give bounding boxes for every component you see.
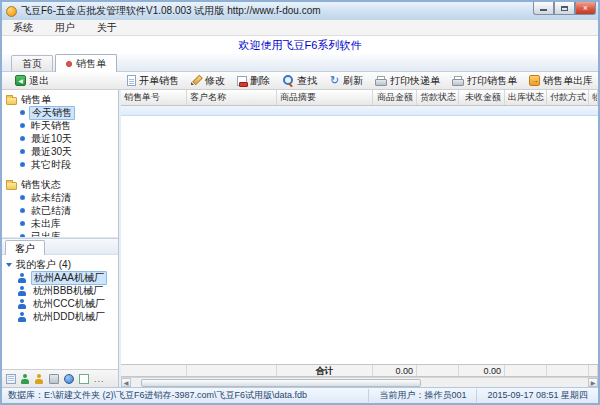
customer-root[interactable]: 我的客户 (4) xyxy=(6,258,118,271)
menu-bar: 系统 用户 关于 xyxy=(2,20,598,36)
customer-root-label: 我的客户 (4) xyxy=(16,258,71,272)
total-cell xyxy=(121,365,187,376)
print-express-button[interactable]: 打印快递单 xyxy=(369,73,446,89)
edit-customer-icon[interactable] xyxy=(35,374,44,384)
tree-item-other-period-label: 其它时段 xyxy=(29,159,73,171)
find-button[interactable]: 查找 xyxy=(276,73,323,89)
title-bar[interactable]: 飞豆F6-五金店批发管理软件V1.08.003 试用版 http://www.f… xyxy=(2,2,598,20)
tree-group-status[interactable]: 销售状态 xyxy=(6,178,118,191)
tab-customer[interactable]: 客户 xyxy=(5,240,45,255)
grid-selected-empty-row[interactable] xyxy=(121,106,598,116)
app-window: 飞豆F6-五金店批发管理软件V1.08.003 试用版 http://www.f… xyxy=(0,0,600,405)
customer-item[interactable]: 杭州CCC机械厂 xyxy=(6,297,118,310)
exit-label: 退出 xyxy=(29,74,49,88)
bullet-icon xyxy=(20,162,25,167)
new-sale-label: 开单销售 xyxy=(139,74,179,88)
customer-toolbar: ... xyxy=(2,369,118,387)
tree-item-unpaid[interactable]: 款未结清 xyxy=(6,191,118,204)
scroll-left-icon[interactable]: ◀ xyxy=(121,378,131,387)
menu-about[interactable]: 关于 xyxy=(86,20,128,36)
window-controls: × xyxy=(533,2,596,15)
new-sale-button[interactable]: 开单销售 xyxy=(121,73,185,89)
tree-item-today[interactable]: 今天销售 xyxy=(6,106,118,119)
tab-strip: 首页 销售单 xyxy=(2,54,598,72)
export-customer-icon[interactable] xyxy=(79,374,89,384)
refresh-button[interactable]: ↻ 刷新 xyxy=(323,73,369,89)
customer-icon xyxy=(18,312,27,322)
menu-system[interactable]: 系统 xyxy=(2,20,44,36)
customer-icon xyxy=(18,299,27,309)
customer-icon xyxy=(18,286,27,296)
close-button[interactable]: × xyxy=(575,2,596,15)
tree-item-today-label: 今天销售 xyxy=(29,106,75,120)
exit-button[interactable]: ◀ 退出 xyxy=(9,73,55,89)
stock-out-button[interactable]: → 销售单出库 xyxy=(523,73,599,89)
status-filter-group: 销售状态 款未结清 款已结清 未出库 xyxy=(6,178,118,238)
tree-item-last30days-label: 最近30天 xyxy=(29,146,74,158)
bullet-icon xyxy=(20,149,25,154)
tree-item-yesterday-label: 昨天销售 xyxy=(29,120,73,132)
new-sale-icon xyxy=(127,75,136,86)
customer-item-label: 杭州AAA机械厂 xyxy=(31,271,107,285)
sales-grid: 销售单号 客户名称 商品摘要 商品金额 货款状态 未收金额 出库状态 付款方式 … xyxy=(119,90,598,387)
tree-expand-icon[interactable] xyxy=(6,263,12,267)
column-header-payment-status[interactable]: 货款状态 xyxy=(417,90,459,105)
column-header-customer[interactable]: 客户名称 xyxy=(187,90,277,105)
grid-body[interactable] xyxy=(121,116,598,364)
bullet-icon xyxy=(20,123,25,128)
tab-sales[interactable]: 销售单 xyxy=(55,54,117,72)
column-header-amount[interactable]: 商品金额 xyxy=(373,90,417,105)
refresh-icon: ↻ xyxy=(329,75,340,86)
status-database-path: 数据库：E:\新建文件夹 (2)\飞豆F6进销存-3987.com\飞豆F6试用… xyxy=(2,389,369,402)
scroll-right-icon[interactable]: ▶ xyxy=(588,378,598,387)
column-header-summary[interactable]: 商品摘要 xyxy=(277,90,373,105)
scrollbar-thumb[interactable] xyxy=(141,379,421,387)
column-header-pay-method[interactable]: 付款方式 xyxy=(547,90,589,105)
delete-button[interactable]: 删除 xyxy=(231,73,276,89)
folder-icon xyxy=(6,97,17,105)
customer-item[interactable]: 杭州BBB机械厂 xyxy=(6,284,118,297)
tree-item-yesterday[interactable]: 昨天销售 xyxy=(6,119,118,132)
find-label: 查找 xyxy=(297,74,317,88)
tree-item-shipped[interactable]: 已出库 xyxy=(6,230,118,238)
sidebar: 销售单 今天销售 昨天销售 最近10天 xyxy=(2,90,119,387)
status-datetime: 2015-09-17 08:51 星期四 xyxy=(477,389,598,402)
tree-group-sales[interactable]: 销售单 xyxy=(6,93,118,106)
print-sales-label: 打印销售单 xyxy=(467,74,517,88)
printer-icon xyxy=(375,76,387,86)
customer-tabstrip: 客户 xyxy=(2,238,118,255)
delete-icon xyxy=(237,76,247,86)
total-cell xyxy=(417,365,459,376)
more-button[interactable]: ... xyxy=(94,374,105,384)
print-customer-icon[interactable] xyxy=(49,374,59,384)
horizontal-scrollbar[interactable]: ◀ ▶ xyxy=(121,377,598,387)
customer-item[interactable]: 杭州DDD机械厂 xyxy=(6,310,118,323)
tree-item-not-shipped-label: 未出库 xyxy=(29,218,63,230)
edit-icon xyxy=(191,75,202,86)
customer-item-label: 杭州BBB机械厂 xyxy=(31,285,105,297)
tree-item-last10days[interactable]: 最近10天 xyxy=(6,132,118,145)
tree-item-paid[interactable]: 款已结清 xyxy=(6,204,118,217)
customer-report-icon[interactable] xyxy=(6,374,16,384)
tree-item-not-shipped[interactable]: 未出库 xyxy=(6,217,118,230)
tree-item-last30days[interactable]: 最近30天 xyxy=(6,145,118,158)
column-header-unreceived[interactable]: 未收金额 xyxy=(459,90,505,105)
minimize-icon xyxy=(540,9,547,11)
customer-item[interactable]: 杭州AAA机械厂 xyxy=(6,271,118,284)
column-header-order-no[interactable]: 销售单号 xyxy=(121,90,187,105)
main-area: 销售单 今天销售 昨天销售 最近10天 xyxy=(2,90,598,387)
print-sales-button[interactable]: 打印销售单 xyxy=(446,73,523,89)
status-current-user: 当前用户：操作员001 xyxy=(369,389,477,402)
column-header-logistics[interactable]: 物流公 xyxy=(589,90,598,105)
edit-label: 修改 xyxy=(205,74,225,88)
add-customer-icon[interactable] xyxy=(21,374,30,384)
network-icon[interactable] xyxy=(64,374,74,384)
menu-user[interactable]: 用户 xyxy=(44,20,86,36)
minimize-button[interactable] xyxy=(533,2,554,15)
column-header-ship-status[interactable]: 出库状态 xyxy=(505,90,547,105)
bullet-icon xyxy=(20,110,25,115)
edit-button[interactable]: 修改 xyxy=(185,73,231,89)
maximize-button[interactable] xyxy=(554,2,575,15)
tree-item-other-period[interactable]: 其它时段 xyxy=(6,158,118,171)
tab-home[interactable]: 首页 xyxy=(11,55,53,71)
